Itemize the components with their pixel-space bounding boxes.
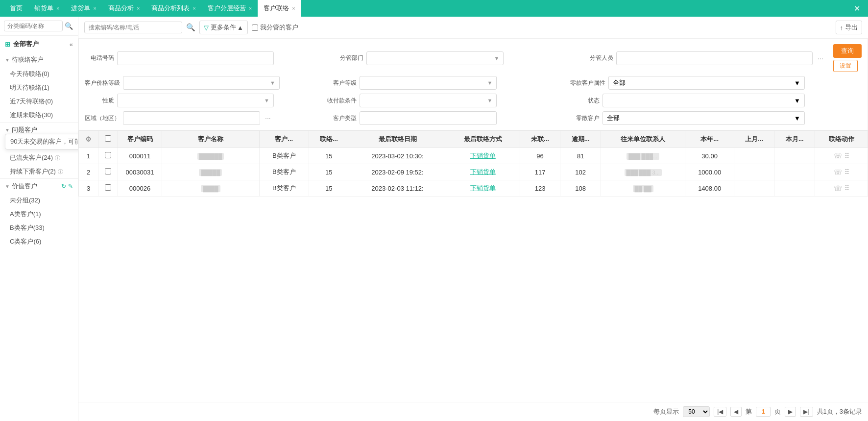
filter-phone-label: 电话号码 — [85, 54, 114, 62]
tab-close-product-analysis[interactable]: × — [137, 5, 140, 11]
filter-customer-type: 客户类型 — [327, 111, 562, 125]
filter-payment: 收付款条件 ▼ — [327, 94, 562, 107]
tab-product-analysis[interactable]: 商品分析 × — [102, 0, 145, 17]
tab-close-customer-tier[interactable]: × — [249, 5, 252, 11]
contact-method-link[interactable]: 下销货单 — [470, 168, 496, 175]
sidebar-group-pending[interactable]: ▼ 待联络客户 — [0, 52, 78, 67]
row-checkbox[interactable] — [105, 168, 111, 174]
filter-status-select[interactable]: ▼ — [603, 94, 805, 107]
export-button[interactable]: ↑ 导出 — [836, 21, 863, 34]
customer-level-dropdown-icon: ▼ — [487, 80, 492, 86]
sidebar-item-churned[interactable]: 已流失客户(24) ⓘ — [0, 151, 78, 165]
first-page-button[interactable]: |◀ — [714, 407, 726, 417]
problem-customers-section: ▼ 问题客户 90天未交易的客户，可能有流失风险。 — [0, 122, 78, 137]
cell-this-month — [774, 164, 815, 180]
sidebar-item-overdue[interactable]: 逾期未联络(30) — [0, 108, 78, 122]
sidebar-search-input[interactable] — [4, 21, 63, 31]
cell-overdue: 108 — [560, 180, 601, 197]
action-more-icon[interactable]: ⠿ — [844, 168, 849, 176]
cell-checkbox[interactable] — [98, 148, 118, 164]
my-customers-checkbox[interactable] — [252, 25, 258, 31]
tooltip-problem-customers: 90天未交易的客户，可能有流失风险。 — [5, 134, 78, 149]
filter-region-select[interactable] — [123, 111, 260, 125]
filter-region-more[interactable]: ··· — [263, 114, 273, 122]
tab-sales[interactable]: 销货单 × — [28, 0, 65, 17]
filter-payment-select[interactable]: ▼ — [360, 94, 497, 107]
th-settings[interactable]: ⚙ — [79, 131, 98, 148]
sidebar-search-icon[interactable]: 🔍 — [65, 22, 73, 30]
prev-page-button[interactable]: ◀ — [730, 407, 742, 417]
sidebar-item-b-class[interactable]: B类客户(33) — [0, 221, 78, 235]
sidebar-group-value[interactable]: ▼ 价值客户 ↻ ✎ — [0, 178, 78, 194]
filter-customer-type-select[interactable] — [360, 111, 497, 125]
action-more-icon[interactable]: ⠿ — [844, 184, 849, 192]
arrow-value: ▼ — [5, 184, 10, 189]
filter-row-2: 客户价格等级 ▼ 客户等级 ▼ 零款客户属性 全部 — [85, 76, 862, 90]
th-checkbox[interactable] — [98, 131, 118, 148]
filter-nature-select[interactable]: ▼ — [117, 94, 274, 107]
sidebar-item-a-class[interactable]: A类客户(1) — [0, 207, 78, 221]
refresh-value-icon[interactable]: ↻ — [61, 183, 66, 190]
action-contact-icon[interactable]: ☏ — [834, 168, 843, 176]
action-more-icon[interactable]: ⠿ — [844, 152, 849, 160]
th-last-contact-date: 最后联络日期 — [349, 131, 446, 148]
more-conditions-button[interactable]: ▽ 更多条件 ▲ — [199, 21, 248, 34]
close-all-button[interactable]: ✕ — [850, 4, 864, 13]
filter-payment-label: 收付款条件 — [327, 97, 357, 105]
filter-dept-select[interactable]: ▼ — [366, 51, 504, 65]
contact-method-link[interactable]: 下销货单 — [470, 152, 496, 159]
tab-customer-tier[interactable]: 客户分层经营 × — [202, 0, 258, 17]
collapse-icon[interactable]: « — [70, 41, 73, 48]
sidebar-item-ungroup[interactable]: 未分组(32) — [0, 194, 78, 207]
cell-checkbox[interactable] — [98, 164, 118, 180]
cell-this-year: 1000.00 — [685, 164, 734, 180]
filter-customer-level-select[interactable]: ▼ — [360, 76, 497, 90]
sidebar-item-tomorrow[interactable]: 明天待联络(1) — [0, 81, 78, 95]
select-all-checkbox[interactable] — [105, 135, 111, 142]
settings-button[interactable]: 设置 — [833, 60, 858, 72]
sidebar-item-7days[interactable]: 近7天待联络(0) — [0, 95, 78, 108]
table-settings-icon[interactable]: ⚙ — [85, 135, 92, 143]
row-checkbox[interactable] — [105, 184, 111, 191]
cell-index: 1 — [79, 148, 98, 164]
page-size-select[interactable]: 50 20 100 — [683, 406, 710, 417]
main-search-input[interactable] — [84, 22, 182, 33]
cell-actions: ☏ ⠿ — [815, 164, 868, 180]
edit-value-icon[interactable]: ✎ — [68, 183, 73, 190]
query-button[interactable]: 查询 — [833, 44, 862, 58]
filter-status: 状态 ▼ — [570, 94, 805, 107]
tab-close-customer-contact[interactable]: × — [292, 5, 295, 11]
tab-close-product-list[interactable]: × — [193, 5, 195, 11]
next-page-button[interactable]: ▶ — [785, 407, 796, 417]
tab-close-purchase[interactable]: × — [93, 5, 96, 11]
last-page-button[interactable]: ▶| — [800, 407, 813, 417]
sidebar-item-declining[interactable]: 持续下滑客户(2) ⓘ — [0, 165, 78, 178]
row-checkbox[interactable] — [105, 152, 111, 158]
cell-last-contact-method: 下销货单 — [446, 164, 520, 180]
tab-close-sales[interactable]: × — [56, 5, 59, 11]
tab-product-list[interactable]: 商品分析列表 × — [145, 0, 201, 17]
action-contact-icon[interactable]: ☏ — [834, 152, 843, 160]
cell-checkbox[interactable] — [98, 180, 118, 197]
filter-person-more[interactable]: ··· — [816, 54, 825, 62]
filter-zero-attr-select[interactable]: 全部 ▼ — [608, 76, 805, 90]
sidebar-item-today[interactable]: 今天待联络(0) — [0, 67, 78, 81]
tab-customer-contact[interactable]: 客户联络 × — [258, 0, 301, 17]
sidebar-all-customers[interactable]: ⊞ 全部客户 « — [0, 36, 78, 52]
filter-phone-input[interactable] — [117, 51, 274, 65]
contact-method-link[interactable]: 下销货单 — [470, 184, 496, 192]
sidebar-item-c-class[interactable]: C类客户(6) — [0, 235, 78, 248]
th-this-year: 本年... — [685, 131, 734, 148]
tab-purchase[interactable]: 进货单 × — [65, 0, 102, 17]
main-search-button[interactable]: 🔍 — [186, 23, 195, 32]
action-contact-icon[interactable]: ☏ — [834, 184, 843, 192]
table-area: ⚙ 客户编码 客户名称 客户... — [78, 130, 868, 402]
cell-last-contact-date: 2023-02-09 19:52: — [349, 164, 446, 180]
filter-person-select[interactable] — [616, 51, 813, 65]
filter-icon: ▽ — [204, 24, 209, 31]
tab-home[interactable]: 首页 — [4, 4, 28, 13]
filter-region-label: 区域（地区） — [85, 114, 120, 123]
filter-actions: 查询 设置 — [833, 44, 862, 72]
filter-price-level-select[interactable]: ▼ — [123, 76, 280, 90]
filter-zero-customer-select[interactable]: 全部 ▼ — [603, 111, 805, 125]
